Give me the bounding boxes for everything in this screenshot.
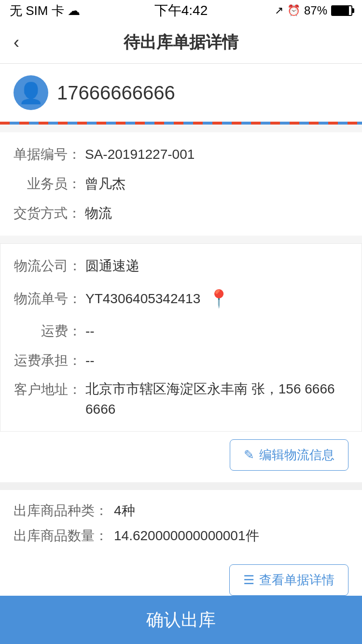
edit-logistics-button[interactable]: ✎ 编辑物流信息	[230, 439, 348, 471]
view-detail-btn-label: 查看单据详情	[259, 572, 334, 588]
avatar: 👤	[14, 75, 48, 110]
logistics-company-row: 物流公司： 圆通速递	[14, 255, 348, 277]
logistics-company-value: 圆通速递	[85, 255, 348, 277]
alarm-icon: ⏰	[287, 4, 300, 17]
confirm-btn-text: 确认出库	[146, 608, 216, 632]
order-info-card: 单据编号： SA-20191227-001 业务员： 曾凡杰 交货方式： 物流	[0, 132, 362, 236]
salesperson-label: 业务员：	[14, 173, 81, 195]
freight-row: 运费： --	[14, 321, 348, 342]
document-no-label: 单据编号：	[14, 144, 81, 166]
tracking-no-value: YT4306405342413	[85, 288, 200, 310]
status-right: ↗ ⏰ 87%	[275, 4, 352, 17]
delivery-method-row: 交货方式： 物流	[14, 203, 348, 224]
freight-bearer-label: 运费承担：	[14, 350, 82, 372]
section-divider	[0, 482, 362, 490]
edit-btn-label: 编辑物流信息	[259, 447, 334, 463]
logistics-card: 物流公司： 圆通速递 物流单号： YT4306405342413 📍 运费： -…	[0, 243, 362, 432]
sim-status: 无 SIM 卡 ☁	[10, 2, 80, 19]
freight-bearer-value: --	[85, 350, 348, 372]
edit-icon: ✎	[244, 448, 254, 462]
goods-quantity-label: 出库商品数量：	[14, 527, 110, 545]
confirm-out-button[interactable]: 确认出库	[0, 596, 362, 644]
tracking-no-label: 物流单号：	[14, 288, 82, 310]
tracking-no-container: YT4306405342413 📍	[85, 285, 230, 313]
customer-phone: 17666666666	[57, 82, 175, 104]
delivery-method-value: 物流	[85, 203, 348, 224]
track-location-icon[interactable]: 📍	[208, 285, 230, 313]
goods-quantity-row: 出库商品数量： 14.620000000000001件	[14, 527, 348, 545]
status-left: 无 SIM 卡 ☁	[10, 2, 80, 19]
goods-type-value: 4种	[114, 502, 135, 520]
goods-quantity-value: 14.620000000000001件	[114, 527, 259, 545]
battery-icon	[331, 5, 352, 16]
battery-fill	[332, 6, 349, 15]
content: 👤 17666666666 单据编号： SA-20191227-001 业务员：…	[0, 64, 362, 644]
back-button[interactable]: ‹	[14, 32, 19, 53]
status-time: 下午4:42	[154, 1, 208, 20]
battery-percent: 87%	[304, 4, 327, 17]
logistics-company-label: 物流公司：	[14, 255, 82, 277]
freight-bearer-row: 运费承担： --	[14, 350, 348, 372]
freight-value: --	[85, 321, 348, 342]
tracking-no-row: 物流单号： YT4306405342413 📍	[14, 285, 348, 313]
salesperson-value: 曾凡杰	[85, 173, 348, 195]
status-bar: 无 SIM 卡 ☁ 下午4:42 ↗ ⏰ 87%	[0, 0, 362, 21]
document-no-row: 单据编号： SA-20191227-001	[14, 144, 348, 166]
freight-label: 运费：	[14, 321, 82, 342]
location-icon: ↗	[275, 4, 283, 17]
avatar-icon: 👤	[18, 81, 43, 105]
goods-card: 出库商品种类： 4种 出库商品数量： 14.620000000000001件	[0, 490, 362, 557]
address-label: 客户地址：	[14, 379, 82, 401]
address-value: 北京市市辖区海淀区永丰南 张，156 6666 6666	[85, 379, 348, 420]
goods-type-row: 出库商品种类： 4种	[14, 502, 348, 520]
document-no-value: SA-20191227-001	[85, 144, 348, 166]
nav-bar: ‹ 待出库单据详情	[0, 21, 362, 64]
goods-type-label: 出库商品种类：	[14, 502, 110, 520]
customer-header: 👤 17666666666	[0, 64, 362, 122]
detail-icon: ☰	[243, 573, 254, 588]
edit-btn-row: ✎ 编辑物流信息	[0, 432, 362, 482]
view-detail-button[interactable]: ☰ 查看单据详情	[229, 564, 348, 596]
address-row: 客户地址： 北京市市辖区海淀区永丰南 张，156 6666 6666	[14, 379, 348, 420]
dashed-divider	[0, 122, 362, 125]
delivery-method-label: 交货方式：	[14, 203, 81, 224]
page-title: 待出库单据详情	[124, 31, 238, 54]
salesperson-row: 业务员： 曾凡杰	[14, 173, 348, 195]
